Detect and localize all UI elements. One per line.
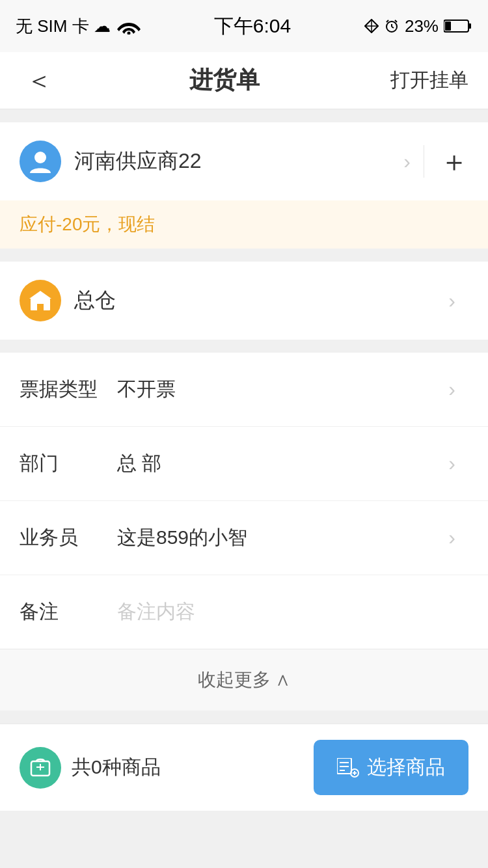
salesman-row[interactable]: 业务员 这是859的小智 › — [0, 501, 488, 575]
svg-point-0 — [127, 32, 130, 35]
cart-icon — [29, 756, 52, 780]
svg-line-5 — [392, 27, 394, 28]
product-count: 共0种商品 — [72, 754, 161, 781]
battery-icon — [444, 19, 472, 33]
location-icon — [364, 19, 379, 33]
dept-chevron-icon: › — [448, 452, 455, 476]
warehouse-name: 总仓 — [74, 286, 448, 315]
invoice-label: 票据类型 — [20, 376, 111, 403]
supplier-avatar — [20, 141, 61, 182]
svg-point-9 — [34, 152, 46, 163]
collapse-label: 收起更多 ∧ — [198, 670, 291, 690]
svg-marker-11 — [29, 291, 51, 299]
supplier-chevron-icon: › — [403, 150, 411, 174]
bottom-left: 共0种商品 — [20, 747, 161, 789]
supplier-row[interactable]: 河南供应商22 › ＋ — [0, 122, 488, 200]
wifi-icon — [117, 18, 141, 34]
dept-value: 总 部 — [111, 450, 448, 477]
form-section: 票据类型 不开票 › 部门 总 部 › 业务员 这是859的小智 › 备注 备注… — [0, 353, 488, 649]
supplier-section: 河南供应商22 › ＋ 应付-20元，现结 — [0, 122, 488, 249]
warehouse-icon-wrap — [20, 280, 61, 321]
notice-text: 应付-20元，现结 — [20, 214, 155, 234]
supplier-divider — [424, 145, 424, 178]
status-right: 23% — [364, 16, 472, 36]
supplier-name: 河南供应商22 — [74, 147, 403, 176]
warehouse-row[interactable]: 总仓 › — [0, 262, 488, 340]
section-gap-1 — [0, 109, 488, 122]
dept-row[interactable]: 部门 总 部 › — [0, 427, 488, 501]
open-pending-button[interactable]: 打开挂单 — [390, 67, 468, 94]
alarm-icon — [384, 18, 400, 34]
status-left: 无 SIM 卡 ☁ — [16, 15, 141, 38]
salesman-label: 业务员 — [20, 524, 111, 551]
cart-icon-wrap — [20, 747, 61, 789]
svg-rect-12 — [37, 304, 44, 310]
invoice-row[interactable]: 票据类型 不开票 › — [0, 353, 488, 427]
back-button[interactable]: ＜ — [20, 56, 59, 105]
page-title: 进货单 — [189, 64, 260, 96]
warehouse-chevron-icon: › — [448, 289, 455, 313]
battery-percent: 23% — [405, 16, 439, 36]
status-bar: 无 SIM 卡 ☁ 下午6:04 23% — [0, 0, 488, 52]
select-product-label: 选择商品 — [367, 754, 445, 781]
notice-bar: 应付-20元，现结 — [0, 200, 488, 249]
salesman-chevron-icon: › — [448, 526, 455, 550]
section-gap-2 — [0, 249, 488, 262]
salesman-value: 这是859的小智 — [111, 524, 448, 551]
bottom-bar: 共0种商品 选择商品 — [0, 724, 488, 811]
remark-label: 备注 — [20, 599, 111, 625]
sim-label: 无 SIM 卡 ☁ — [16, 15, 111, 38]
remark-input[interactable]: 备注内容 — [111, 599, 468, 625]
invoice-value: 不开票 — [111, 376, 448, 403]
svg-rect-7 — [468, 23, 471, 29]
main-content-bg — [0, 811, 488, 868]
collapse-row[interactable]: 收起更多 ∧ — [0, 649, 488, 711]
dept-label: 部门 — [20, 450, 111, 477]
select-product-icon — [337, 758, 359, 778]
svg-rect-8 — [445, 21, 451, 31]
status-time: 下午6:04 — [214, 13, 291, 40]
nav-bar: ＜ 进货单 打开挂单 — [0, 52, 488, 109]
warehouse-icon — [28, 288, 53, 313]
remark-row[interactable]: 备注 备注内容 — [0, 575, 488, 649]
section-gap-4 — [0, 711, 488, 724]
invoice-chevron-icon: › — [448, 377, 455, 401]
section-gap-3 — [0, 340, 488, 353]
add-supplier-button[interactable]: ＋ — [440, 142, 468, 181]
person-icon — [27, 148, 53, 174]
select-product-button[interactable]: 选择商品 — [314, 740, 468, 795]
